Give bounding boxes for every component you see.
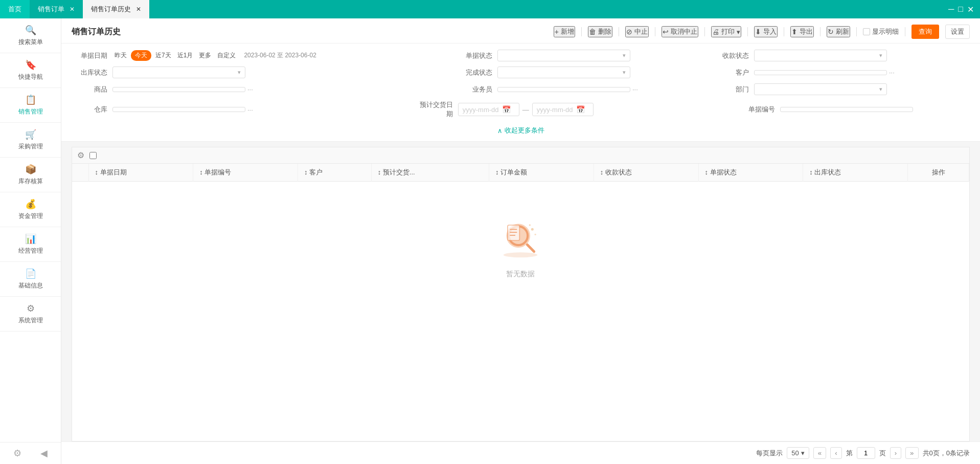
outbound-status-select[interactable]: ▾ <box>112 67 245 78</box>
header-actions: + 新增 🗑 删除 ⊘ 中止 ↩ 取消中止 <box>554 25 970 39</box>
stop-icon: ⊘ <box>626 28 632 36</box>
col-pay-status[interactable]: ↕ 收款状态 <box>594 164 698 182</box>
sidebar-collapse-icon[interactable]: ◀ <box>40 448 48 459</box>
dept-select[interactable]: ▾ <box>754 83 887 95</box>
close-icon[interactable]: ✕ <box>967 5 974 14</box>
date-shortcut-group: 昨天 今天 近7天 近1月 更多 自定义 <box>112 50 238 61</box>
sidebar-item-purchase-mgmt[interactable]: 🛒 采购管理 <box>0 123 61 158</box>
delete-icon: 🗑 <box>589 28 596 36</box>
import-icon: ⬇ <box>755 28 761 36</box>
col-doc-status-label: ↕ 单据状态 <box>705 168 737 176</box>
cal-icon-from: 📅 <box>502 105 511 114</box>
collapse-row[interactable]: ∧ 收起更多条件 <box>72 124 970 135</box>
import-button[interactable]: ⬇ 导入 <box>754 26 778 37</box>
tab-home[interactable]: 首页 <box>0 0 30 18</box>
order-no-input[interactable] <box>780 107 913 112</box>
refresh-button[interactable]: ↻ 刷新 <box>827 26 850 37</box>
product-ellipsis-btn[interactable]: ··· <box>247 85 253 93</box>
tab-sales-order-history[interactable]: 销售订单历史 ✕ <box>83 0 149 18</box>
table-settings-icon[interactable]: ⚙ <box>77 150 84 160</box>
collapse-label: 收起更多条件 <box>505 126 544 135</box>
prev-page-button[interactable]: ‹ <box>830 447 841 459</box>
col-amount-label: ↕ 订单金额 <box>495 168 527 176</box>
tab-sales-order-close[interactable]: ✕ <box>70 6 75 13</box>
sidebar-search-menu[interactable]: 🔍 搜索菜单 <box>0 18 61 53</box>
new-button[interactable]: + 新增 <box>554 26 575 37</box>
cancel-stop-button[interactable]: ↩ 取消中止 <box>662 26 698 37</box>
pay-status-select-arrow: ▾ <box>879 52 882 59</box>
maximize-icon[interactable]: □ <box>958 5 963 14</box>
sidebar-item-basic-info[interactable]: 📄 基础信息 <box>0 262 61 297</box>
divider-2 <box>619 27 619 36</box>
dept-arrow: ▾ <box>879 86 882 93</box>
col-date[interactable]: ↕ 单据日期 <box>88 164 193 182</box>
display-columns-label: 显示明细 <box>872 27 899 36</box>
pay-status-select[interactable]: ▾ <box>754 50 887 61</box>
display-columns-control[interactable]: 显示明细 <box>863 27 899 36</box>
col-customer[interactable]: ↕ 客户 <box>298 164 372 182</box>
sidebar-item-finance[interactable]: 💰 资金管理 <box>0 192 61 227</box>
sidebar-item-operations[interactable]: 📊 经营管理 <box>0 227 61 262</box>
minimize-icon[interactable]: ─ <box>948 5 954 14</box>
query-button[interactable]: 查询 <box>911 25 939 39</box>
shortcut-7days[interactable]: 近7天 <box>153 50 173 61</box>
page-size-select[interactable]: 50 ▾ <box>787 447 809 459</box>
col-out-status[interactable]: ↕ 出库状态 <box>803 164 908 182</box>
sidebar-search-label: 搜索菜单 <box>18 38 43 47</box>
sidebar-item-inventory[interactable]: 📦 库存核算 <box>0 158 61 192</box>
salesperson-ellipsis-btn[interactable]: ··· <box>632 85 638 93</box>
col-pay-status-label: ↕ 收款状态 <box>600 168 632 176</box>
filter-area: 单据日期 昨天 今天 近7天 近1月 更多 自定义 2023-06-02 至 2… <box>61 43 980 142</box>
col-delivery[interactable]: ↕ 预计交货... <box>371 164 489 182</box>
sidebar-item-sys-mgmt[interactable]: ⚙ 系统管理 <box>0 297 61 332</box>
select-all-checkbox[interactable] <box>89 152 97 159</box>
print-button[interactable]: 🖨 打印 ▾ <box>711 26 741 37</box>
col-amount[interactable]: ↕ 订单金额 <box>489 164 594 182</box>
sales-mgmt-icon: 📋 <box>25 94 36 105</box>
settings-button[interactable]: 设置 <box>945 25 970 39</box>
customer-ellipsis-btn[interactable]: ··· <box>889 69 895 76</box>
purchase-mgmt-icon: 🛒 <box>25 129 36 140</box>
display-columns-checkbox[interactable] <box>863 28 870 35</box>
col-no[interactable]: ↕ 单据编号 <box>193 164 298 182</box>
salesperson-input[interactable] <box>497 87 630 92</box>
date-filter-control: 昨天 今天 近7天 近1月 更多 自定义 2023-06-02 至 2023-0… <box>112 50 457 61</box>
shortcut-today[interactable]: 今天 <box>131 50 151 61</box>
shortcut-1month[interactable]: 近1月 <box>175 50 195 61</box>
refresh-label: 刷新 <box>836 27 849 36</box>
warehouse-ellipsis-btn[interactable]: ··· <box>247 106 253 114</box>
delivery-date-to[interactable]: yyyy-mm-dd 📅 <box>532 103 594 116</box>
tab-sales-order[interactable]: 销售订单 ✕ <box>30 0 83 18</box>
delete-button[interactable]: 🗑 删除 <box>588 26 612 37</box>
col-doc-status[interactable]: ↕ 单据状态 <box>698 164 803 182</box>
new-icon: + <box>555 28 559 36</box>
page-prefix: 第 <box>846 449 853 458</box>
status-select[interactable]: ▾ <box>497 50 630 61</box>
export-button[interactable]: ⬆ 导出 <box>790 26 814 37</box>
shortcut-custom[interactable]: 自定义 <box>215 50 238 61</box>
warehouse-input[interactable] <box>112 107 245 112</box>
page-number-input[interactable] <box>857 447 875 459</box>
pay-status-filter-label: 收款状态 <box>713 51 754 60</box>
last-page-button[interactable]: » <box>905 447 918 459</box>
print-label: 打印 <box>721 27 735 36</box>
complete-status-select[interactable]: ▾ <box>497 67 630 78</box>
inventory-icon: 📦 <box>25 164 36 175</box>
dept-label: 部门 <box>713 85 754 94</box>
product-input[interactable] <box>112 87 245 92</box>
sidebar-item-sales-mgmt[interactable]: 📋 销售管理 <box>0 88 61 123</box>
new-label: 新增 <box>561 27 574 36</box>
sidebar-bottom-settings-icon[interactable]: ⚙ <box>13 448 21 459</box>
sidebar-item-quick-nav[interactable]: 🔖 快捷导航 <box>0 53 61 88</box>
col-date-label: ↕ 单据日期 <box>95 168 127 176</box>
next-page-button[interactable]: › <box>890 447 901 459</box>
stop-button[interactable]: ⊘ 中止 <box>625 26 649 37</box>
delivery-date-from[interactable]: yyyy-mm-dd 📅 <box>458 103 519 116</box>
empty-cell: 暂无数据 <box>72 182 969 310</box>
shortcut-yesterday[interactable]: 昨天 <box>112 50 129 61</box>
shortcut-more[interactable]: 更多 <box>197 50 213 61</box>
quick-nav-icon: 🔖 <box>25 59 36 71</box>
tab-sales-order-history-close[interactable]: ✕ <box>136 6 141 13</box>
customer-input[interactable] <box>754 70 887 75</box>
first-page-button[interactable]: « <box>813 447 826 459</box>
